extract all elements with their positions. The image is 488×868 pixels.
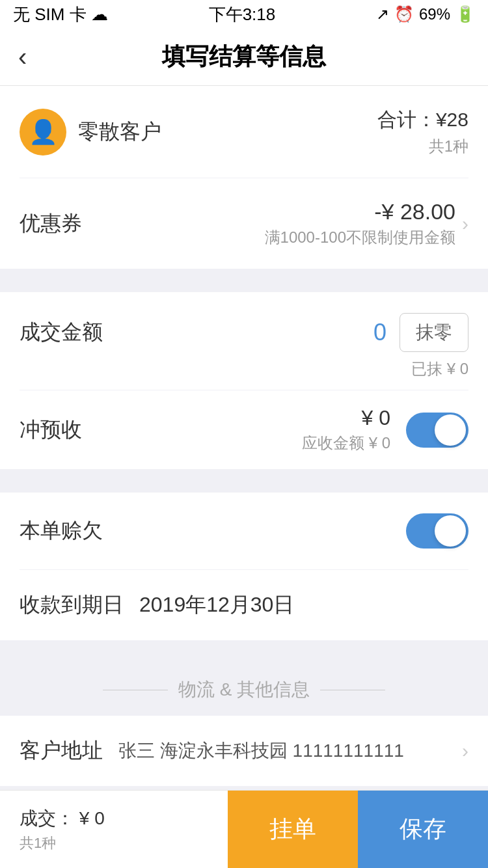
address-row[interactable]: 客户地址 张三 海淀永丰科技园 11111111111 › bbox=[0, 716, 488, 786]
footer-deal-amount: 成交： ¥ 0 bbox=[20, 806, 208, 831]
duedate-value: 2019年12月30日 bbox=[139, 591, 294, 619]
coupon-right: -¥ 28.00 满1000-100不限制使用金额 › bbox=[265, 199, 468, 248]
battery-label: 69% bbox=[419, 5, 450, 23]
status-left: 无 SIM 卡 ☁ bbox=[13, 3, 108, 26]
debt-label: 本单赊欠 bbox=[20, 517, 103, 545]
debt-toggle-knob bbox=[435, 515, 466, 547]
advance-value-block: ¥ 0 应收金额 ¥ 0 bbox=[302, 406, 390, 454]
customer-row: 👤 零散客户 合计：¥28 共1种 bbox=[0, 86, 488, 178]
coupon-value-block: -¥ 28.00 满1000-100不限制使用金额 bbox=[265, 199, 455, 248]
address-card: 客户地址 张三 海淀永丰科技园 11111111111 › bbox=[0, 716, 488, 786]
customer-left: 👤 零散客户 bbox=[20, 109, 161, 156]
customer-name: 零散客户 bbox=[78, 118, 161, 146]
debt-row: 本单赊欠 bbox=[0, 493, 488, 569]
nav-bar: ‹ 填写结算等信息 bbox=[0, 29, 488, 86]
chevron-right-icon: › bbox=[462, 213, 468, 235]
advance-row: 冲预收 ¥ 0 应收金额 ¥ 0 bbox=[0, 390, 488, 469]
coupon-discount: -¥ 28.00 bbox=[265, 199, 455, 224]
deal-card: 成交金额 抹零 已抹 ¥ 0 冲预收 ¥ 0 应收金额 ¥ 0 bbox=[0, 292, 488, 469]
footer: 成交： ¥ 0 共1种 挂单 保存 bbox=[0, 790, 488, 868]
total-amount: 合计：¥28 bbox=[377, 107, 468, 133]
deal-label: 成交金额 bbox=[20, 318, 103, 347]
main-content: 👤 零散客户 合计：¥28 共1种 优惠券 -¥ 28.00 满1000-100… bbox=[0, 86, 488, 868]
footer-deal-label: 成交： bbox=[20, 808, 74, 828]
status-bar: 无 SIM 卡 ☁ 下午3:18 ↗ ⏰ 69% 🔋 bbox=[0, 0, 488, 29]
alarm-icon: ⏰ bbox=[394, 5, 414, 23]
avatar: 👤 bbox=[20, 109, 66, 156]
address-label: 客户地址 bbox=[20, 737, 103, 765]
duedate-row: 收款到期日 2019年12月30日 bbox=[0, 570, 488, 640]
address-value: 张三 海淀永丰科技园 11111111111 bbox=[118, 739, 462, 763]
section-divider3 bbox=[0, 652, 488, 664]
coupon-desc: 满1000-100不限制使用金额 bbox=[265, 227, 455, 248]
coupon-label: 优惠券 bbox=[20, 210, 82, 238]
logistics-line-left bbox=[103, 690, 168, 690]
location-icon: ↗ bbox=[376, 5, 389, 23]
toggle-knob bbox=[435, 414, 466, 446]
logistics-section: 物流 & 其他信息 bbox=[0, 664, 488, 716]
advance-toggle[interactable] bbox=[406, 413, 468, 448]
section-divider2 bbox=[0, 481, 488, 493]
deal-right: 抹零 bbox=[334, 313, 468, 352]
back-button[interactable]: ‹ bbox=[18, 42, 27, 72]
status-right: ↗ ⏰ 69% 🔋 bbox=[376, 5, 475, 23]
hang-button[interactable]: 挂单 bbox=[228, 791, 358, 869]
battery-icon: 🔋 bbox=[455, 5, 475, 23]
sim-label: 无 SIM 卡 ☁ bbox=[13, 3, 108, 26]
advance-right: ¥ 0 应收金额 ¥ 0 bbox=[302, 406, 468, 454]
logistics-line-right bbox=[320, 690, 385, 690]
round-zero-button[interactable]: 抹零 bbox=[400, 313, 468, 352]
duedate-label: 收款到期日 bbox=[20, 591, 124, 619]
advance-amount: ¥ 0 bbox=[302, 406, 390, 430]
section-divider bbox=[0, 280, 488, 292]
total-count: 共1种 bbox=[377, 136, 468, 157]
footer-deal-value: ¥ 0 bbox=[79, 808, 105, 828]
address-chevron-icon: › bbox=[462, 740, 468, 762]
already-zero-text: 已抹 ¥ 0 bbox=[0, 359, 488, 390]
advance-sub: 应收金额 ¥ 0 bbox=[302, 433, 390, 454]
deal-input[interactable] bbox=[334, 319, 386, 346]
advance-label: 冲预收 bbox=[20, 416, 82, 444]
avatar-icon: 👤 bbox=[29, 118, 58, 146]
footer-count: 共1种 bbox=[20, 834, 208, 853]
customer-total: 合计：¥28 共1种 bbox=[377, 107, 468, 157]
customer-card: 👤 零散客户 合计：¥28 共1种 优惠券 -¥ 28.00 满1000-100… bbox=[0, 86, 488, 269]
page-title: 填写结算等信息 bbox=[162, 41, 326, 73]
logistics-label: 物流 & 其他信息 bbox=[178, 677, 310, 702]
logistics-title: 物流 & 其他信息 bbox=[103, 677, 385, 702]
debt-card: 本单赊欠 收款到期日 2019年12月30日 bbox=[0, 493, 488, 640]
debt-toggle[interactable] bbox=[406, 513, 468, 549]
deal-row: 成交金额 抹零 bbox=[0, 292, 488, 359]
save-button[interactable]: 保存 bbox=[358, 791, 488, 869]
footer-info: 成交： ¥ 0 共1种 bbox=[0, 806, 228, 853]
status-time: 下午3:18 bbox=[209, 3, 276, 26]
coupon-row[interactable]: 优惠券 -¥ 28.00 满1000-100不限制使用金额 › bbox=[0, 178, 488, 269]
